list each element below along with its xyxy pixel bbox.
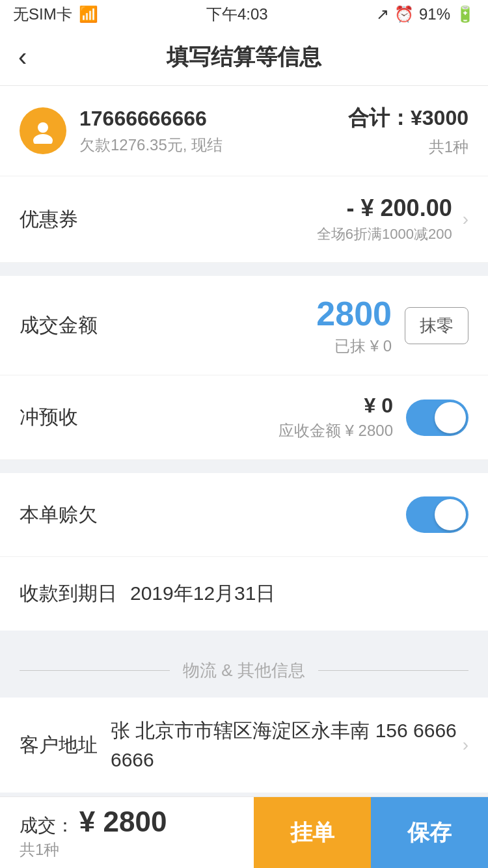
section-gap-2 xyxy=(0,460,488,473)
prepay-amount: ¥ 0 xyxy=(278,394,393,418)
section-gap-1 xyxy=(0,263,488,276)
status-right: ↗ ⏰ 91% 🔋 xyxy=(376,5,475,23)
discount-label: 优惠券 xyxy=(20,206,78,233)
customer-debt: 欠款1276.35元, 现结 xyxy=(79,135,223,156)
sep-line-left xyxy=(20,670,170,671)
save-button[interactable]: 保存 xyxy=(371,797,488,869)
location-icon: ↗ xyxy=(376,5,389,23)
wifi-icon: 📶 xyxy=(79,5,98,23)
customer-phone: 17666666666 xyxy=(79,107,223,131)
discount-amount: - ¥ 200.00 xyxy=(317,195,452,222)
alarm-icon: ⏰ xyxy=(394,5,414,23)
deal-amount-value: 2800 xyxy=(316,294,392,333)
deal-amount-wrap: 2800 已抹 ¥ 0 xyxy=(316,294,392,357)
discount-desc: 全场6折满1000减200 xyxy=(317,224,452,244)
back-button[interactable]: ‹ xyxy=(18,42,27,72)
hang-button[interactable]: 挂单 xyxy=(254,797,371,869)
customer-card: 17666666666 欠款1276.35元, 现结 合计：¥3000 共1种 xyxy=(0,86,488,176)
total-amount: 合计：¥3000 xyxy=(348,104,468,133)
bottom-count: 共1种 xyxy=(20,839,234,860)
bottom-total-label: 成交： xyxy=(20,815,74,835)
prepay-row: 冲预收 ¥ 0 应收金额 ¥ 2800 xyxy=(0,375,488,460)
address-value: 张 北京市市辖区海淀区永丰南 156 6666 6666 xyxy=(111,716,463,774)
prepay-right: ¥ 0 应收金额 ¥ 2800 xyxy=(278,394,468,441)
status-time: 下午4:03 xyxy=(206,4,268,25)
deal-amount-right: 2800 已抹 ¥ 0 抹零 xyxy=(316,294,468,357)
prepay-amount-wrap: ¥ 0 应收金额 ¥ 2800 xyxy=(278,394,393,441)
status-left: 无SIM卡 📶 xyxy=(13,4,98,25)
due-date-row: 收款到期日 2019年12月31日 xyxy=(0,556,488,631)
logistics-sep-text: 物流 & 其他信息 xyxy=(183,659,305,682)
bottom-bar: 成交： ¥ 2800 共1种 挂单 保存 xyxy=(0,796,488,868)
bottom-total-amount: ¥ 2800 xyxy=(79,806,167,837)
avatar xyxy=(20,107,66,154)
discount-value: - ¥ 200.00 全场6折满1000减200 xyxy=(317,195,452,244)
bottom-total: 成交： ¥ 2800 共1种 xyxy=(0,806,254,860)
deal-zero-text: 已抹 ¥ 0 xyxy=(316,336,392,357)
due-date-value: 2019年12月31日 xyxy=(130,580,275,607)
due-date-label: 收款到期日 xyxy=(20,580,117,607)
battery-label: 91% xyxy=(419,5,450,23)
content: 17666666666 欠款1276.35元, 现结 合计：¥3000 共1种 … xyxy=(0,86,488,868)
discount-row[interactable]: 优惠券 - ¥ 200.00 全场6折满1000减200 › xyxy=(0,176,488,263)
bottom-total-row: 成交： ¥ 2800 xyxy=(20,806,234,838)
prepay-receivable: 应收金额 ¥ 2800 xyxy=(278,420,393,441)
deal-amount-row: 成交金额 2800 已抹 ¥ 0 抹零 xyxy=(0,276,488,375)
svg-point-1 xyxy=(33,134,53,144)
chevron-right-icon: › xyxy=(463,209,468,230)
section-gap-3 xyxy=(0,631,488,644)
svg-point-0 xyxy=(38,122,48,133)
address-label: 客户地址 xyxy=(20,732,98,759)
debt-label: 本单赊欠 xyxy=(20,502,98,528)
customer-total: 合计：¥3000 共1种 xyxy=(348,104,468,157)
sep-line-right xyxy=(318,670,468,671)
address-chevron-icon: › xyxy=(463,735,468,755)
prepay-label: 冲预收 xyxy=(20,404,78,431)
customer-left: 17666666666 欠款1276.35元, 现结 xyxy=(20,107,223,156)
nav-bar: ‹ 填写结算等信息 xyxy=(0,29,488,86)
debt-toggle[interactable] xyxy=(406,496,468,533)
page-title: 填写结算等信息 xyxy=(167,42,321,72)
logistics-separator: 物流 & 其他信息 xyxy=(0,644,488,698)
customer-info: 17666666666 欠款1276.35元, 现结 xyxy=(79,107,223,156)
prepay-toggle[interactable] xyxy=(406,400,468,436)
item-count: 共1种 xyxy=(348,137,468,157)
deal-amount-label: 成交金额 xyxy=(20,312,98,339)
discount-right: - ¥ 200.00 全场6折满1000减200 › xyxy=(317,195,468,244)
address-row[interactable]: 客户地址 张 北京市市辖区海淀区永丰南 156 6666 6666 › xyxy=(0,698,488,793)
debt-row: 本单赊欠 xyxy=(0,473,488,556)
carrier-label: 无SIM卡 xyxy=(13,4,72,25)
status-bar: 无SIM卡 📶 下午4:03 ↗ ⏰ 91% 🔋 xyxy=(0,0,488,29)
battery-icon: 🔋 xyxy=(455,5,475,23)
round-button[interactable]: 抹零 xyxy=(405,307,468,344)
